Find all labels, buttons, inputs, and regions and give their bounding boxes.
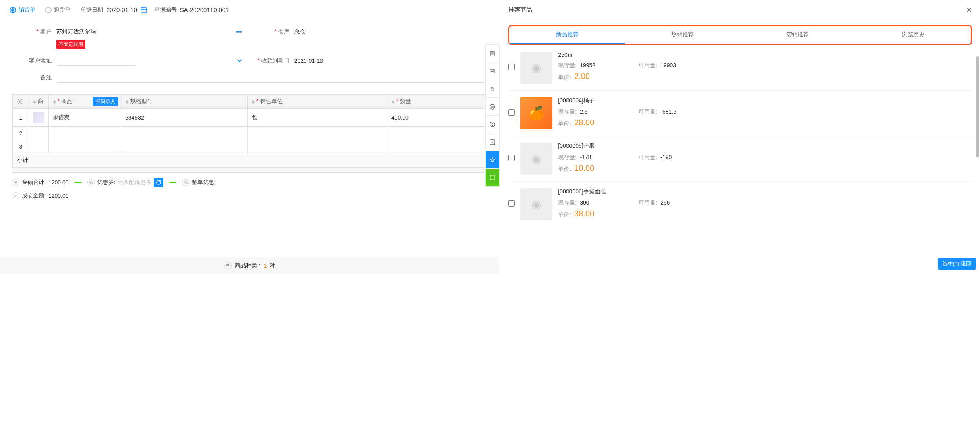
recommend-item[interactable]: 🍊[0000004]橘子现存量:2.5可用量:-681.5单价:28.00 (508, 91, 972, 136)
form-area: *客户 苏州万达沃尔玛 ••• *仓库 总仓 不固定账期 客户地址 (0, 20, 500, 94)
price-label: 单价: (558, 211, 571, 218)
doc-date-value[interactable]: 2020-01-10 (106, 6, 137, 13)
addr-input[interactable] (56, 56, 137, 66)
close-icon[interactable]: ✕ (966, 6, 972, 15)
tab-sales-order[interactable]: 销货单 (5, 6, 40, 14)
tool-swap[interactable] (486, 98, 499, 116)
currency-icon: ¥ (12, 179, 19, 186)
warehouse-value[interactable]: 总仓 (294, 28, 306, 35)
col-spec[interactable]: ◆规格型号 (121, 95, 248, 109)
avail-value: 19903 (660, 62, 676, 68)
coupon-label: 优惠券: (97, 179, 116, 186)
chevron-down-icon[interactable] (237, 59, 242, 62)
amount-value: 1200.00 (48, 179, 69, 186)
item-checkbox[interactable] (508, 200, 515, 207)
table-row[interactable]: 1 果倍爽 534532 包 400.00 (13, 109, 487, 127)
table-row[interactable]: 2 (13, 127, 487, 140)
discount-icon: % (182, 179, 189, 186)
stock-value: -178 (580, 154, 591, 160)
col-product[interactable]: ◆*商品扫码录入 (49, 95, 121, 109)
panel-header: 推荐商品 ✕ (500, 0, 980, 20)
refresh-button[interactable] (154, 178, 163, 187)
tab-return-order[interactable]: 退货单 (40, 6, 76, 14)
cell-spec[interactable]: 534532 (121, 109, 248, 127)
item-checkbox[interactable] (508, 109, 515, 116)
panel-title: 推荐商品 (508, 6, 532, 14)
item-checkbox-wrap (508, 64, 515, 71)
stock-label: 现存量: (558, 199, 577, 207)
item-checkbox-wrap (508, 155, 515, 162)
scan-entry-button[interactable]: 扫码录入 (93, 97, 118, 106)
item-info: [0000004]橘子现存量:2.5可用量:-681.5单价:28.00 (558, 97, 972, 127)
product-image: ◉ (520, 52, 552, 84)
stock-value: 2.5 (580, 108, 587, 115)
footer-bar: ☰ 商品种类 : 1 种 (0, 257, 500, 274)
stock-label: 现存量: (558, 108, 577, 116)
svg-rect-0 (141, 8, 147, 13)
item-name: [0000006]手撕面包 (558, 188, 972, 195)
price-value: 10.00 (574, 164, 594, 172)
col-img[interactable]: ◆商 (29, 95, 49, 109)
deal-icon: ✓ (12, 192, 19, 199)
price-label: 单价: (558, 74, 571, 80)
item-checkbox[interactable] (508, 155, 515, 161)
tool-chart[interactable] (486, 62, 499, 80)
price-label: 单价: (558, 166, 571, 172)
item-name: [0000005]芒果 (558, 143, 972, 150)
rec-tab-history[interactable]: 浏览历史 (856, 26, 971, 44)
recommend-panel: 推荐商品 ✕ 新品推荐 热销推荐 滞销推荐 浏览历史 ◉250ml现存量:199… (500, 0, 980, 274)
stock-label: 现存量: (558, 62, 577, 69)
item-checkbox[interactable] (508, 64, 515, 70)
cell-qty[interactable]: 400.00 (387, 109, 487, 127)
rec-tab-slow[interactable]: 滞销推荐 (740, 26, 855, 44)
rec-tab-new[interactable]: 新品推荐 (509, 26, 624, 44)
row-index: 3 (13, 140, 29, 153)
select-return-button[interactable]: 选中(0) 返回 (938, 258, 976, 270)
avail-label: 可用量: (639, 62, 657, 69)
calendar-icon[interactable] (141, 7, 147, 13)
stock-label: 现存量: (558, 154, 577, 161)
svg-point-11 (490, 122, 495, 127)
cell-unit[interactable]: 包 (247, 109, 387, 127)
tool-currency[interactable]: ¥ (486, 133, 499, 151)
product-image: 🍊 (520, 97, 552, 129)
recommend-item[interactable]: ◉[0000006]手撕面包现存量:300可用量:256单价:38.00 (508, 182, 972, 227)
stock-value: 300 (580, 199, 589, 206)
ellipsis-icon[interactable]: ••• (236, 29, 242, 35)
col-qty[interactable]: ◆*数量 (387, 95, 487, 109)
remark-input[interactable] (56, 73, 488, 83)
item-name: 250ml (558, 52, 972, 58)
recommend-item[interactable]: ◉[0000005]芒果现存量:-178可用量:-190单价:10.00 (508, 136, 972, 182)
tool-link[interactable] (486, 80, 499, 98)
cell-product[interactable]: 果倍爽 (49, 109, 121, 127)
table-row[interactable]: 3 (13, 140, 487, 153)
tab-sales-label: 销货单 (19, 6, 35, 14)
radio-unchecked-icon (45, 7, 52, 13)
row-index: 1 (13, 109, 29, 127)
due-value[interactable]: 2020-01-10 (294, 58, 323, 64)
coupon-placeholder[interactable]: 无匹配优惠券 (118, 179, 151, 186)
recommend-item[interactable]: ◉250ml现存量:19952可用量:19903单价:2.00 (508, 45, 972, 91)
tool-back[interactable] (486, 116, 499, 133)
tool-expand[interactable] (486, 169, 499, 187)
col-unit[interactable]: ◆*销售单位 (247, 95, 387, 109)
item-checkbox-wrap (508, 109, 515, 117)
rec-tab-hot[interactable]: 热销推荐 (625, 26, 740, 44)
item-name: [0000004]橘子 (558, 97, 972, 104)
item-info: [0000005]芒果现存量:-178可用量:-190单价:10.00 (558, 143, 972, 173)
tool-doc[interactable] (486, 45, 499, 62)
minus-icon (74, 182, 82, 183)
tool-star[interactable] (486, 151, 499, 169)
horizontal-scrollbar[interactable] (12, 168, 487, 172)
vertical-scrollbar[interactable] (976, 56, 979, 157)
customer-value[interactable]: 苏州万达沃尔玛 (56, 28, 96, 35)
deal-value: 1200.00 (48, 193, 69, 199)
subtotal-label: 小计 (13, 153, 487, 168)
gear-column[interactable] (13, 95, 29, 109)
avail-value: -190 (660, 154, 672, 160)
remark-label: 备注 (40, 74, 52, 81)
avail-label: 可用量: (639, 108, 657, 116)
coupon-icon: % (87, 179, 95, 186)
recommend-list[interactable]: ◉250ml现存量:19952可用量:19903单价:2.00🍊[0000004… (500, 45, 980, 274)
avail-value: -681.5 (660, 108, 676, 115)
